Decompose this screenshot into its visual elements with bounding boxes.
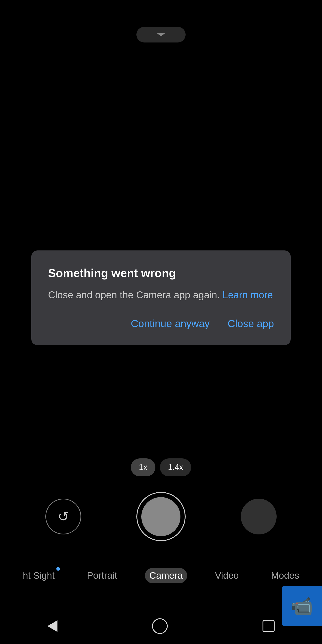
screen-recorder-widget[interactable]: 📹 bbox=[282, 586, 322, 626]
dropdown-handle[interactable] bbox=[136, 27, 186, 42]
zoom-1-4x-button[interactable]: 1.4x bbox=[160, 458, 191, 476]
error-dialog: Something went wrong Close and open the … bbox=[31, 250, 291, 345]
nav-home-button[interactable] bbox=[148, 614, 172, 638]
home-icon bbox=[152, 618, 168, 634]
mode-bar: ht Sight Portrait Camera Video Modes bbox=[0, 568, 322, 583]
back-icon bbox=[48, 620, 58, 632]
shutter-inner-circle bbox=[141, 497, 180, 536]
error-body-text: Close and open the Camera app again. bbox=[48, 289, 220, 300]
gallery-button[interactable] bbox=[241, 499, 276, 534]
nav-back-button[interactable] bbox=[43, 616, 62, 636]
mode-night-sight-label: ht Sight bbox=[23, 570, 54, 581]
mode-camera[interactable]: Camera bbox=[145, 568, 187, 583]
mode-night-sight[interactable]: ht Sight bbox=[18, 568, 59, 583]
mode-modes[interactable]: Modes bbox=[266, 568, 304, 583]
screen-recorder-icon: 📹 bbox=[291, 597, 313, 615]
mode-video[interactable]: Video bbox=[210, 568, 243, 583]
mode-portrait[interactable]: Portrait bbox=[82, 568, 122, 583]
mode-portrait-label: Portrait bbox=[87, 570, 117, 581]
zoom-controls: 1x 1.4x bbox=[131, 458, 191, 476]
close-app-button[interactable]: Close app bbox=[228, 315, 274, 332]
camera-controls: ↺ bbox=[0, 492, 322, 541]
night-sight-active-dot bbox=[56, 567, 60, 571]
chevron-down-icon bbox=[156, 33, 166, 36]
learn-more-link[interactable]: Learn more bbox=[222, 289, 273, 300]
nav-recents-button[interactable] bbox=[258, 616, 279, 636]
error-actions: Continue anyway Close app bbox=[48, 315, 274, 332]
navigation-bar bbox=[0, 608, 322, 644]
continue-anyway-button[interactable]: Continue anyway bbox=[131, 315, 210, 332]
flip-camera-button[interactable]: ↺ bbox=[46, 499, 81, 534]
zoom-1x-button[interactable]: 1x bbox=[131, 458, 156, 476]
mode-video-label: Video bbox=[215, 570, 239, 581]
error-title: Something went wrong bbox=[48, 266, 274, 280]
mode-camera-label: Camera bbox=[149, 570, 183, 581]
flip-camera-icon: ↺ bbox=[58, 509, 69, 524]
mode-modes-label: Modes bbox=[271, 570, 299, 581]
recents-icon bbox=[262, 620, 274, 632]
shutter-button[interactable] bbox=[136, 492, 186, 541]
error-body: Close and open the Camera app again. Lea… bbox=[48, 288, 274, 302]
